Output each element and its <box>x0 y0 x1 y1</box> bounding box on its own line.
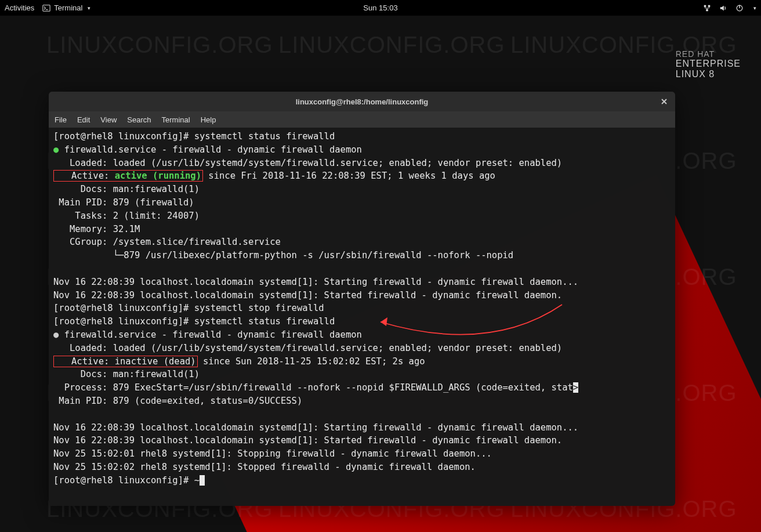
command-text: systemctl status firewalld <box>194 316 335 327</box>
close-button[interactable] <box>659 96 669 107</box>
cwd-tilde: ~ <box>194 475 200 486</box>
menu-view[interactable]: View <box>100 115 117 124</box>
status-bullet-active-icon: ● <box>53 144 59 155</box>
process-line: Process: 879 ExecStart=/usr/sbin/firewal… <box>53 382 573 393</box>
service-header: firewalld.service - firewalld - dynamic … <box>64 144 362 155</box>
command-text: systemctl stop firewalld <box>194 303 324 313</box>
branding-line-3: LINUX 8 <box>676 69 741 79</box>
clock[interactable]: Sun 15:03 <box>363 3 397 12</box>
loaded-line: Loaded: loaded (/usr/lib/systemd/system/… <box>53 158 562 168</box>
service-header: firewalld.service - firewalld - dynamic … <box>64 330 362 340</box>
docs-line: Docs: man:firewalld(1) <box>53 369 200 379</box>
window-title: linuxconfig@rhel8:/home/linuxconfig <box>296 97 429 106</box>
journal-line: Nov 25 15:02:02 rhel8 systemd[1]: Stoppe… <box>53 462 476 472</box>
svg-rect-4 <box>706 9 708 11</box>
gnome-top-bar: Activities Terminal ▾ Sun 15:03 ▾ <box>0 0 761 16</box>
tasks-line: Tasks: 2 (limit: 24007) <box>53 211 200 221</box>
window-titlebar[interactable]: linuxconfig@rhel8:/home/linuxconfig <box>49 92 675 111</box>
svg-rect-3 <box>708 5 711 7</box>
active-running-text: active (running) <box>115 171 201 181</box>
volume-icon[interactable] <box>719 4 727 12</box>
loaded-line: Loaded: loaded (/usr/lib/systemd/system/… <box>53 343 562 353</box>
command-text: systemctl status firewalld <box>194 131 335 142</box>
main-pid-line: Main PID: 879 (firewalld) <box>53 197 194 208</box>
journal-line: Nov 16 22:08:39 localhost.localdomain sy… <box>53 290 562 301</box>
highlighted-active-running: Active: active (running) <box>53 170 203 182</box>
branding-line-1: RED HAT <box>676 49 741 59</box>
network-icon[interactable] <box>703 4 711 12</box>
active-since: since Fri 2018-11-16 22:08:39 EST; 1 wee… <box>203 171 495 181</box>
truncation-indicator: > <box>573 382 578 393</box>
journal-line: Nov 25 15:02:01 rhel8 systemd[1]: Stoppi… <box>53 448 492 459</box>
journal-line: Nov 16 22:08:39 localhost.localdomain sy… <box>53 422 578 433</box>
appmenu-label: Terminal <box>54 3 82 12</box>
prompt: [root@rhel8 linuxconfig]# <box>53 131 194 142</box>
terminal-window: linuxconfig@rhel8:/home/linuxconfig File… <box>49 92 675 506</box>
rhel-branding: RED HAT ENTERPRISE LINUX 8 <box>676 49 741 79</box>
highlighted-inactive-dead: Active: inactive (dead) <box>53 356 198 367</box>
journal-line: Nov 16 22:08:39 localhost.localdomain sy… <box>53 435 562 446</box>
prompt: [root@rhel8 linuxconfig]# <box>53 316 194 327</box>
menu-help[interactable]: Help <box>201 115 216 124</box>
cgroup-child-line: └─879 /usr/libexec/platform-python -s /u… <box>53 250 513 260</box>
chevron-down-icon[interactable]: ▾ <box>753 5 756 11</box>
close-icon <box>661 98 668 105</box>
terminal-icon <box>42 4 50 12</box>
menu-search[interactable]: Search <box>127 115 151 124</box>
prompt: [root@rhel8 linuxconfig]# <box>53 475 194 486</box>
terminal-menubar: File Edit View Search Terminal Help <box>49 111 675 128</box>
svg-rect-0 <box>43 5 50 11</box>
docs-line: Docs: man:firewalld(1) <box>53 184 200 194</box>
inactive-since: since Sun 2018-11-25 15:02:02 EST; 2s ag… <box>198 356 425 367</box>
appmenu-terminal[interactable]: Terminal ▾ <box>42 3 90 12</box>
journal-line: Nov 16 22:08:39 localhost.localdomain sy… <box>53 277 578 287</box>
activities-button[interactable]: Activities <box>5 3 34 12</box>
chevron-down-icon: ▾ <box>88 5 90 11</box>
active-label: Active: <box>55 171 115 181</box>
inactive-dead-text: inactive (dead) <box>115 356 196 367</box>
memory-line: Memory: 32.1M <box>53 224 140 234</box>
svg-rect-2 <box>704 5 706 7</box>
main-pid-line: Main PID: 879 (code=exited, status=0/SUC… <box>53 396 302 406</box>
cgroup-line: CGroup: /system.slice/firewalld.service <box>53 237 281 247</box>
menu-terminal[interactable]: Terminal <box>162 115 190 124</box>
menu-file[interactable]: File <box>55 115 67 124</box>
menu-edit[interactable]: Edit <box>77 115 90 124</box>
prompt: [root@rhel8 linuxconfig]# <box>53 303 194 313</box>
terminal-cursor <box>200 475 205 486</box>
active-label: Active: <box>55 356 115 367</box>
status-bullet-inactive-icon: ● <box>53 330 59 340</box>
branding-line-2: ENTERPRISE <box>676 59 741 69</box>
power-icon[interactable] <box>735 4 744 12</box>
terminal-output[interactable]: [root@rhel8 linuxconfig]# systemctl stat… <box>49 128 675 506</box>
